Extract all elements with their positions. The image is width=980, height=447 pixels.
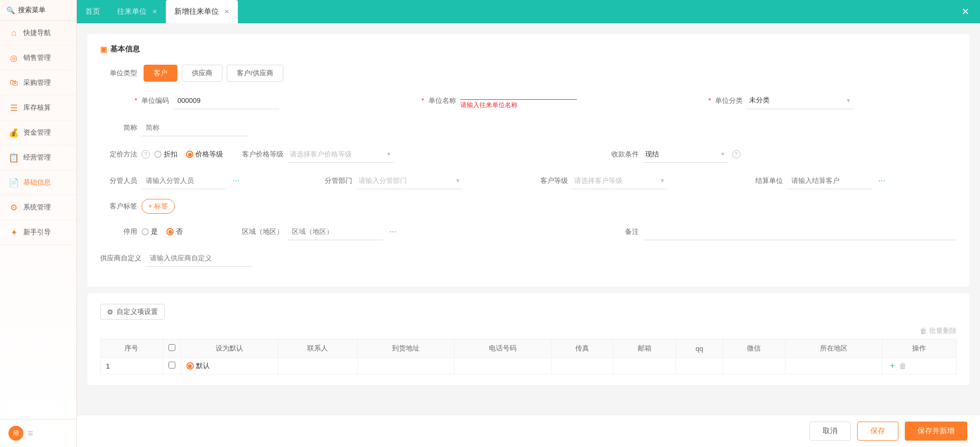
supplier-custom-input[interactable] <box>146 250 252 267</box>
footer-bar: 取消 保存 保存并新增 <box>77 415 980 447</box>
billing-more-btn[interactable]: ··· <box>876 176 887 186</box>
manager-more-btn[interactable]: ··· <box>230 176 242 186</box>
radio-no-outer <box>166 228 174 235</box>
tag-add-btn[interactable]: + 标签 <box>141 199 175 214</box>
pricing-help-icon[interactable]: ? <box>141 150 150 159</box>
sidebar-search[interactable]: 🔍 搜索菜单 <box>0 0 76 21</box>
customize-btn-label: 自定义项设置 <box>117 307 158 317</box>
sidebar-bottom-bars: ≡ <box>28 428 33 439</box>
tab-new-partner[interactable]: 新增往来单位 ✕ <box>166 0 238 23</box>
abbr-label: 简称 <box>100 123 137 133</box>
unit-code-field: * 单位编码 <box>100 92 383 109</box>
radio-price-level-inner <box>188 153 192 156</box>
sidebar-item-quick-nav[interactable]: ⌂ 快捷导航 <box>0 21 76 46</box>
tab-home[interactable]: 首页 <box>77 0 109 23</box>
remark-input[interactable] <box>643 223 957 240</box>
th-email: 邮箱 <box>613 339 676 358</box>
region-field: 区域（地区） ··· <box>242 223 598 240</box>
purchase-icon: 🛍 <box>8 77 19 88</box>
customer-price-placeholder: 请选择客户价格等级 <box>290 150 384 159</box>
sidebar-item-purchase[interactable]: 🛍 采购管理 <box>0 71 76 95</box>
radio-discount[interactable]: 折扣 <box>154 150 177 159</box>
required-mark-cat: * <box>674 97 711 104</box>
customize-settings-btn[interactable]: ⚙ 自定义项设置 <box>100 304 165 320</box>
region-input[interactable] <box>288 223 383 240</box>
finance-label: 资金管理 <box>23 128 51 137</box>
radio-yes-label: 是 <box>151 227 158 236</box>
dept-select[interactable]: 请输入分管部门 ▼ <box>357 172 462 189</box>
batch-delete-label[interactable]: 批量删除 <box>929 326 957 336</box>
tab-new-partner-label: 新增往来单位 <box>174 7 219 16</box>
sidebar-item-finance[interactable]: 💰 资金管理 <box>0 120 76 145</box>
sidebar-item-operations[interactable]: 📋 经营管理 <box>0 145 76 170</box>
payment-help-icon[interactable]: ? <box>732 150 741 159</box>
row-region <box>785 358 882 374</box>
manager-input[interactable] <box>141 172 226 189</box>
save-button[interactable]: 保存 <box>857 422 898 441</box>
row-qq <box>676 358 723 374</box>
chevron-down-icon: ▼ <box>845 98 851 103</box>
row-phone <box>454 358 551 374</box>
chevron-down-icon5: ▼ <box>660 178 665 183</box>
unit-category-select[interactable]: 未分类 ▼ <box>747 92 853 109</box>
dept-field: 分管部门 请输入分管部门 ▼ <box>315 172 526 189</box>
basic-info-card: ▣ 基本信息 单位类型 客户 供应商 客户/供应商 * 单位编码 <box>87 34 969 287</box>
tab-partners[interactable]: 往来单位 ✕ <box>109 0 166 23</box>
disable-field: 停用 是 否 <box>100 227 238 236</box>
th-num: 序号 <box>101 339 163 358</box>
customer-price-label: 客户价格等级 <box>242 150 283 159</box>
select-all-checkbox[interactable] <box>168 344 175 351</box>
customer-level-select[interactable]: 请选择客户等级 ▼ <box>572 172 667 189</box>
billing-input[interactable] <box>787 172 872 189</box>
row-add-btn[interactable]: + <box>888 361 897 370</box>
tabs-close-all[interactable]: ✕ <box>957 4 974 20</box>
btn-customer[interactable]: 客户 <box>144 65 177 82</box>
table-header-row: 序号 设为默认 联系人 到货地址 电话号码 传真 邮箱 qq 微信 所在地区 操… <box>101 339 957 358</box>
basic-info-label: 基础信息 <box>23 178 51 187</box>
tab-new-partner-close[interactable]: ✕ <box>224 8 229 15</box>
dept-placeholder: 请输入分管部门 <box>359 176 453 186</box>
sidebar-item-inventory[interactable]: ☰ 库存核算 <box>0 95 76 120</box>
btn-supplier[interactable]: 供应商 <box>182 65 222 82</box>
remark-field: 备注 <box>602 223 957 240</box>
tabs-bar: 首页 往来单位 ✕ 新增往来单位 ✕ ✕ <box>77 0 980 23</box>
unit-category-field: * 单位分类 未分类 ▼ <box>674 92 957 109</box>
sales-icon: ◎ <box>8 52 19 63</box>
remark-label: 备注 <box>602 227 639 236</box>
sidebar-item-system[interactable]: ⚙ 系统管理 <box>0 195 76 220</box>
sidebar-item-sales[interactable]: ◎ 销售管理 <box>0 46 76 71</box>
radio-no[interactable]: 否 <box>166 227 183 236</box>
payment-select[interactable]: 现结 ▼ <box>643 146 728 163</box>
region-more-btn[interactable]: ··· <box>387 227 398 236</box>
pricing-field: 定价方法 ? 折扣 价格等级 <box>100 150 238 159</box>
radio-yes[interactable]: 是 <box>141 227 158 236</box>
unit-type-field: 单位类型 客户 供应商 客户/供应商 <box>100 65 283 82</box>
cancel-button[interactable]: 取消 <box>809 422 851 441</box>
gear-icon: ⚙ <box>107 308 113 316</box>
row-default-radio[interactable]: 默认 <box>186 361 272 371</box>
supplier-custom-field: 供应商自定义 <box>100 250 957 267</box>
tab-partners-close[interactable]: ✕ <box>152 8 157 15</box>
quick-nav-label: 快捷导航 <box>23 28 51 38</box>
customer-price-select[interactable]: 请选择客户价格等级 ▼ <box>288 146 394 163</box>
tag-label: 客户标签 <box>100 201 137 211</box>
abbr-input[interactable] <box>141 119 247 136</box>
row-delete-btn[interactable]: 🗑 <box>899 362 906 370</box>
inventory-icon: ☰ <box>8 102 19 113</box>
row-checkbox[interactable] <box>168 362 175 369</box>
save-new-button[interactable]: 保存并新增 <box>905 422 967 441</box>
tag-field: 客户标签 + 标签 <box>100 199 238 214</box>
btn-both[interactable]: 客户/供应商 <box>227 65 283 82</box>
th-region: 所在地区 <box>785 339 882 358</box>
sidebar-item-basic-info[interactable]: 📄 基础信息 <box>0 170 76 195</box>
disable-radio-group: 是 否 <box>141 227 183 236</box>
row-address <box>357 358 454 374</box>
section-title-icon: ▣ <box>100 45 107 54</box>
purchase-label: 采购管理 <box>23 78 51 87</box>
pricing-radio-group: 折扣 价格等级 <box>154 150 223 159</box>
radio-price-level[interactable]: 价格等级 <box>186 150 223 159</box>
sidebar-item-guide[interactable]: ✦ 新手引导 <box>0 220 76 245</box>
unit-name-input[interactable] <box>460 91 577 100</box>
unit-code-input[interactable] <box>173 92 279 109</box>
main-area: 首页 往来单位 ✕ 新增往来单位 ✕ ✕ ▣ 基本信息 单位类型 客户 <box>77 0 980 447</box>
